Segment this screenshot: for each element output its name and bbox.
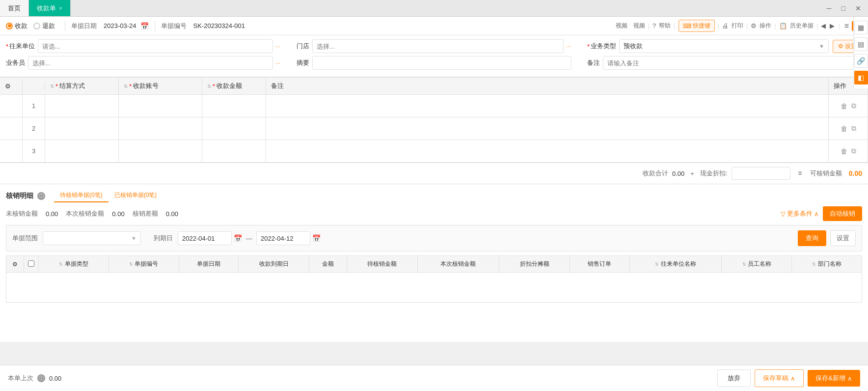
tab-receipt-close[interactable]: × [59,5,62,12]
print-label[interactable]: 打印 [732,22,743,30]
tab-done[interactable]: 已核销单据(0笔) [108,189,163,202]
date-calendar-icon-1[interactable]: 📅 [234,234,242,242]
td-amount-1[interactable] [202,95,266,117]
verif-info-icon[interactable]: ⓘ [37,192,45,200]
auto-verif-btn[interactable]: 自动核销 [823,206,862,221]
td-actions-1: 🗑 ⧉ [829,95,868,117]
nav-prev-icon[interactable]: ◀ [821,22,826,29]
store-more-btn[interactable]: ··· [566,42,571,50]
td-settle-3[interactable] [45,140,119,162]
col-sales-order: 销售订单 [588,260,611,267]
th-sales-order: 销售订单 [570,256,630,273]
th-gear-verif[interactable]: ⚙ [6,256,24,273]
maximize-btn[interactable]: □ [839,3,848,13]
partner-input[interactable] [38,39,273,53]
sort-dept-name: ⇅ [812,262,816,267]
th-remark: 备注 [266,78,829,94]
delete-row-1-icon[interactable]: 🗑 [841,102,847,110]
th-settle: ⇅ * 结算方式 [45,78,119,94]
sidebar-table-icon[interactable]: ▦ [854,21,868,34]
bottom-bar: 本单上次 ⓘ 0.00 放弃 保存草稿 ∧ 保存&新增 ∧ [0,365,868,368]
help-label[interactable]: 帮助 [659,22,671,30]
staff-more-btn[interactable]: ··· [275,59,281,67]
sidebar-list-icon[interactable]: ▤ [854,37,868,51]
type-receipt-radio[interactable]: 收款 [6,22,27,30]
nav-next-icon[interactable]: ▶ [830,22,835,29]
th-rownum [23,82,45,90]
date-picker-icon[interactable]: 📅 [140,22,149,30]
store-input[interactable] [312,39,564,53]
video-btn[interactable]: 视频 [613,20,630,31]
account-required: * [129,83,132,90]
date-separator: — [246,235,252,242]
date-to-input[interactable]: 2022-04-12 [256,231,310,245]
td-settle-1[interactable] [45,95,119,117]
sort-icon-settle: ⇅ [50,84,54,89]
partner-more-btn[interactable]: ··· [275,42,281,50]
unverif-value: 0.00 [46,210,58,218]
business-type-select[interactable]: 预收款 ▼ [619,39,829,53]
copy-row-1-icon[interactable]: ⧉ [851,102,856,110]
date-calendar-icon-2[interactable]: 📅 [312,234,321,242]
sidebar-link-icon[interactable]: 🔗 [854,54,868,68]
verif-settings-btn[interactable]: 设置 [830,230,856,246]
date-from-input[interactable]: 2022-04-01 [178,231,232,245]
td-remark-3[interactable] [266,140,829,162]
list-view-icon[interactable]: ≡ [844,22,849,30]
minimize-btn[interactable]: ─ [824,3,835,13]
th-staff-name: ⇅ 员工名称 [722,256,792,273]
store-label: 门店 [297,42,309,51]
summary-input[interactable] [312,56,571,70]
discount-input[interactable] [732,167,790,180]
partner-field: * 往来单位 ··· [6,39,281,53]
window-controls: ─ □ ✕ [824,3,868,13]
verif-tabs: 待核销单据(0笔) 已核销单据(0笔) [54,189,163,202]
type-refund-radio[interactable]: 退款 [33,22,55,30]
tab-receipt[interactable]: 收款单 × [29,0,71,16]
history-label[interactable]: 历史单据 [790,22,814,30]
col-doc-num: 单据编号 [135,260,158,267]
verif-toolbar-right: ▽ 更多条件 ∧ 自动核销 [781,206,862,221]
shortcut-btn[interactable]: ⌨ 快捷键 [678,20,715,32]
tab-home[interactable]: 首页 [0,0,29,16]
td-account-2[interactable] [119,117,202,140]
verif-table-header: ⚙ ⇅ 单据类型 ⇅ 单据编号 [6,256,862,273]
range-select[interactable]: ▼ [43,231,141,245]
delete-row-2-icon[interactable]: 🗑 [841,125,847,133]
range-label: 单据范围 [12,234,38,243]
tab-receipt-label: 收款单 [37,4,56,13]
delete-row-3-icon[interactable]: 🗑 [841,147,847,155]
tab-pending[interactable]: 待核销单据(0笔) [54,189,108,202]
toolbar-sep-1: | [648,22,650,29]
td-account-3[interactable] [119,140,202,162]
sidebar-expand-icon[interactable]: ◧ [854,71,868,84]
divider-2 [155,21,155,31]
amount-label: 收款金额 [217,82,242,90]
td-amount-2[interactable] [202,117,266,140]
th-amount: ⇅ * 收款金额 [202,78,266,94]
toolbar-sep-6: | [816,22,818,29]
more-filter-btn[interactable]: ▽ 更多条件 ∧ [781,209,819,218]
select-all-checkbox[interactable] [28,260,34,267]
toolbar-right: 视频 视频 | ? 帮助 | ⌨ 快捷键 | 🖨 打印 | ⚙ 操作 | 📋 历… [613,20,862,32]
form-row-1: * 往来单位 ··· 门店 ··· * 业务类型 预收款 ▼ ⚙ [6,39,862,53]
th-gear[interactable]: ⚙ [0,79,23,94]
copy-row-2-icon[interactable]: ⧉ [851,124,856,133]
td-remark-2[interactable] [266,117,829,140]
td-settle-2[interactable] [45,117,119,140]
td-amount-3[interactable] [202,140,266,162]
copy-row-3-icon[interactable]: ⧉ [851,147,856,155]
td-remark-1[interactable] [266,95,829,117]
verif-header-row: ⚙ ⇅ 单据类型 ⇅ 单据编号 [6,256,862,273]
close-btn[interactable]: ✕ [852,3,864,13]
th-checkbox[interactable] [24,256,39,273]
date-label: 单据日期 [71,22,97,30]
staff-input[interactable] [28,56,273,70]
td-account-1[interactable] [119,95,202,117]
business-type-label: 业务类型 [591,42,616,51]
ops-label[interactable]: 操作 [760,22,771,30]
col-doc-type: 单据类型 [65,260,88,267]
th-doc-date: 单据日期 [179,256,239,273]
query-btn[interactable]: 查询 [798,230,826,246]
remark-input[interactable] [603,56,862,70]
